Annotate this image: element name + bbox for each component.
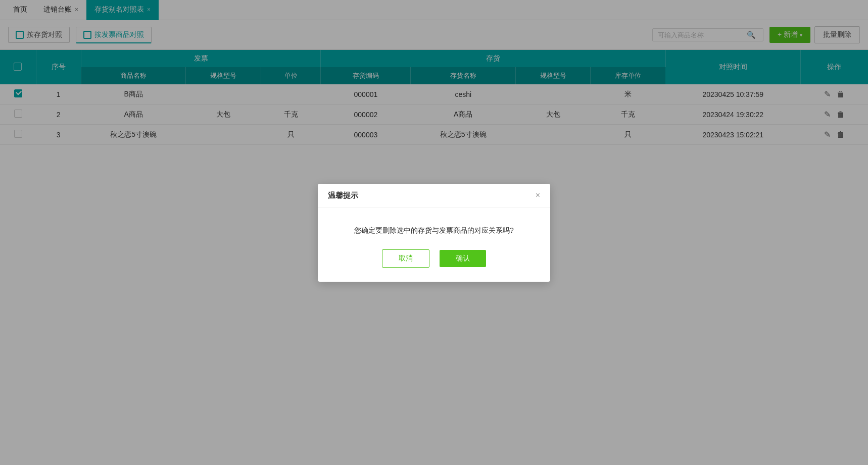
cancel-button[interactable]: 取消	[382, 249, 429, 268]
confirmation-dialog: 温馨提示 × 您确定要删除选中的存货与发票商品的对应关系吗? 取消 确认	[318, 184, 550, 282]
dialog-title: 温馨提示	[328, 191, 358, 200]
confirm-button[interactable]: 确认	[440, 250, 486, 267]
dialog-footer: 取消 确认	[318, 249, 550, 282]
dialog-close-button[interactable]: ×	[536, 191, 540, 200]
dialog-body: 您确定要删除选中的存货与发票商品的对应关系吗?	[318, 208, 550, 249]
dialog-message: 您确定要删除选中的存货与发票商品的对应关系吗?	[354, 226, 514, 234]
dialog-header: 温馨提示 ×	[318, 184, 550, 208]
dialog-overlay: 温馨提示 × 您确定要删除选中的存货与发票商品的对应关系吗? 取消 确认	[0, 0, 868, 465]
